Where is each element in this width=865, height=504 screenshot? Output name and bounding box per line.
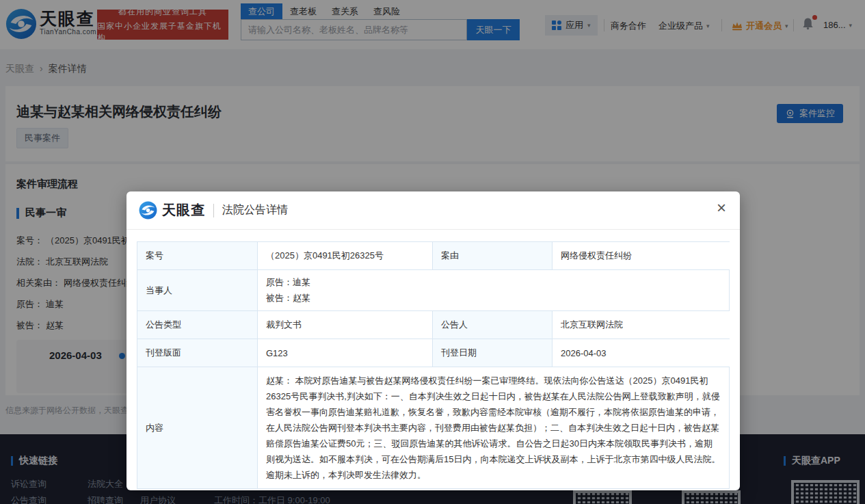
close-icon[interactable]: ×	[717, 200, 726, 216]
court-announcement-modal: 天眼查 法院公告详情 × 案号 （2025）京0491民初26325号 案由 网…	[127, 191, 740, 490]
table-row: 公告类型 裁判文书 公告人 北京互联网法院	[137, 310, 729, 339]
cell-label-content: 内容	[137, 367, 257, 488]
modal-title: 法院公告详情	[222, 203, 288, 217]
cell-value-content: 赵某： 本院对原告迪某与被告赵某网络侵权责任纠纷一案已审理终结。现依法向你公告送…	[257, 367, 729, 488]
table-row: 刊登版面 G123 刊登日期 2026-04-03	[137, 339, 729, 367]
cell-value-parties: 原告：迪某 被告：赵某	[257, 270, 729, 310]
announcement-table: 案号 （2025）京0491民初26325号 案由 网络侵权责任纠纷 当事人 原…	[137, 241, 730, 489]
cell-value-publish-date: 2026-04-03	[552, 339, 730, 367]
modal-brand: 天眼查	[162, 201, 205, 220]
cell-label-parties: 当事人	[137, 270, 257, 310]
cell-value-case-number: （2025）京0491民初26325号	[257, 242, 432, 269]
cell-label-cause: 案由	[432, 242, 552, 269]
cell-label-case-number: 案号	[137, 242, 257, 269]
cell-label-page: 刊登版面	[137, 339, 257, 367]
cell-value-page: G123	[257, 339, 432, 367]
tianyancha-logo-icon	[139, 201, 157, 220]
modal-header: 天眼查 法院公告详情 ×	[127, 191, 740, 230]
table-row: 案号 （2025）京0491民初26325号 案由 网络侵权责任纠纷	[137, 242, 729, 269]
divider	[213, 204, 214, 217]
cell-label-announcer: 公告人	[432, 311, 552, 339]
cell-value-cause: 网络侵权责任纠纷	[552, 242, 730, 269]
page: 天眼查 TianYanCha.com 都在用的商业查询工具 国家中小企业发展子基…	[0, 0, 865, 504]
table-row: 当事人 原告：迪某 被告：赵某	[137, 269, 729, 310]
cell-label-announcement-type: 公告类型	[137, 311, 257, 339]
party-plaintiff: 原告：迪某	[266, 276, 310, 289]
cell-label-publish-date: 刊登日期	[432, 339, 552, 367]
table-row: 内容 赵某： 本院对原告迪某与被告赵某网络侵权责任纠纷一案已审理终结。现依法向你…	[137, 367, 729, 488]
cell-value-announcer: 北京互联网法院	[552, 311, 730, 339]
party-defendant: 被告：赵某	[266, 292, 310, 304]
cell-value-announcement-type: 裁判文书	[257, 311, 432, 339]
